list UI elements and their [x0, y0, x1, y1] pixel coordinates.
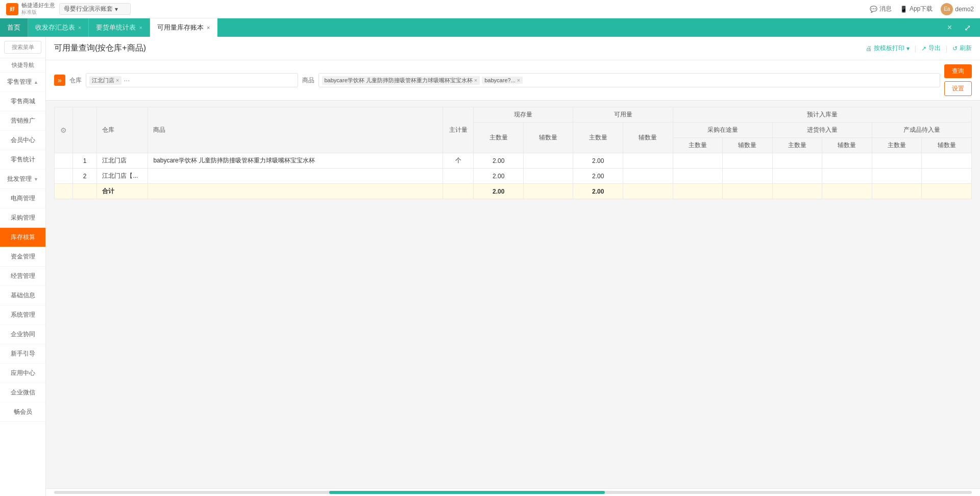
sidebar-item-finance-mgmt[interactable]: 资金管理 [0, 247, 45, 267]
expand-nav-btn[interactable]: ⤢ [959, 23, 976, 33]
sidebar-quick-nav[interactable]: 快捷导航 [0, 58, 45, 73]
message-btn[interactable]: 💬 消息 [870, 5, 892, 13]
refresh-btn[interactable]: ↺ 刷新 [952, 44, 972, 53]
horizontal-scrollbar[interactable] [54, 491, 972, 494]
row2-purchase-aux [723, 169, 773, 184]
row1-current-aux [523, 153, 573, 169]
settings-icon[interactable]: ⚙ [60, 126, 67, 134]
sidebar-item-marketing[interactable]: 营销推广 [0, 111, 45, 131]
sidebar-item-vip-member[interactable]: 畅会员 [0, 403, 45, 422]
product-tag-1-remove[interactable]: × [474, 77, 477, 83]
page-header: 可用量查询(按仓库+商品) 🖨 按模板打印 ▾ | ↗ 导出 | ↺ 刷新 [46, 37, 980, 60]
sidebar-item-purchase-mgmt[interactable]: 采购管理 [0, 208, 45, 228]
product-tag-container: babycare学饮杯 儿童防摔防撞吸管杯重力球吸嘴杯宝宝水杯 × babyca… [318, 73, 941, 87]
total-available-main: 2.00 [573, 184, 623, 199]
col-warehouse-header: 仓库 [97, 107, 148, 153]
tab-home[interactable]: 首页 [0, 18, 28, 37]
sidebar-item-retail-mall-label: 零售商城 [11, 97, 35, 106]
tab-available[interactable]: 可用量库存账本 × [150, 18, 217, 37]
user-info[interactable]: Ea demo2 [941, 3, 974, 15]
query-btn[interactable]: 查询 [944, 64, 972, 78]
row1-incoming-main [772, 153, 822, 169]
row2-current-aux [523, 169, 573, 184]
tab-orders[interactable]: 要货单统计表 × [89, 18, 150, 37]
sidebar-item-system-mgmt[interactable]: 系统管理 [0, 305, 45, 325]
row1-purchase-main [673, 153, 723, 169]
total-row: 合计 2.00 2.00 [55, 184, 972, 199]
col-incoming-aux-header: 辅数量 [822, 138, 872, 153]
sidebar-item-member-center[interactable]: 会员中心 [0, 131, 45, 150]
avatar: Ea [941, 3, 953, 15]
row2-purchase-main [673, 169, 723, 184]
sidebar-item-new-guide[interactable]: 新手引导 [0, 344, 45, 364]
sidebar-item-basic-info[interactable]: 基础信息 [0, 286, 45, 305]
logo-icon: 好 [6, 3, 18, 15]
row1-product: babycare学饮杯 儿童防摔防撞吸管杯重力球吸嘴杯宝宝水杯 [148, 153, 443, 169]
sidebar-item-system-mgmt-label: 系统管理 [11, 311, 35, 319]
warehouse-filter-label: 仓库 [69, 76, 82, 85]
app-download-btn[interactable]: 📱 App下载 [900, 5, 933, 13]
tab-receipts-close[interactable]: × [78, 25, 81, 31]
tab-orders-close[interactable]: × [139, 25, 142, 31]
total-available-aux [623, 184, 673, 199]
close-all-tabs-btn[interactable]: × [947, 23, 952, 32]
table-container: ⚙ 仓库 商品 主计量 现存量 可用量 预计入库量 主数量 辅数量 主数量 [46, 101, 980, 488]
sidebar-item-inventory-check[interactable]: 库存核算 [0, 228, 45, 247]
sidebar-item-ecommerce-mgmt[interactable]: 电商管理 [0, 189, 45, 208]
sidebar-item-wholesale-mgmt-label: 批发管理 [7, 175, 32, 183]
sidebar-item-retail-stats[interactable]: 零售统计 [0, 150, 45, 170]
sidebar-item-enterprise-wechat[interactable]: 企业微信 [0, 383, 45, 403]
sidebar-item-retail-mgmt[interactable]: 零售管理 ▲ [0, 73, 45, 92]
col-product-main-header: 主数量 [872, 138, 922, 153]
sidebar-item-enterprise-collab-label: 企业协同 [11, 330, 35, 339]
sidebar-item-wholesale-mgmt[interactable]: 批发管理 ▼ [0, 170, 45, 189]
row2-warehouse: 江北门店【... [97, 169, 148, 184]
sidebar-search-btn[interactable]: 搜索菜单 [4, 41, 41, 54]
col-available-aux-header: 辅数量 [623, 123, 673, 153]
filter-expand-btn[interactable]: » [54, 75, 65, 86]
chevron-up-icon: ▲ [34, 80, 38, 85]
col-product-aux-header: 辅数量 [922, 138, 972, 153]
col-purchase-main-header: 主数量 [673, 138, 723, 153]
total-purchase-main [673, 184, 723, 199]
row1-settings [55, 153, 73, 169]
industry-selector[interactable]: 母婴行业演示账套 ▾ [59, 3, 131, 15]
sidebar-search-area: 搜索菜单 [0, 37, 45, 58]
top-bar-left: 好 畅捷通好生意 标准版 母婴行业演示账套 ▾ [6, 2, 131, 16]
total-index [73, 184, 97, 199]
top-bar-right: 💬 消息 📱 App下载 Ea demo2 [870, 3, 974, 15]
row1-available-main: 2.00 [573, 153, 623, 169]
product-tag-2: babycare?... × [482, 77, 523, 84]
sidebar-item-enterprise-collab[interactable]: 企业协同 [0, 325, 45, 344]
print-btn[interactable]: 🖨 按模板打印 ▾ [866, 44, 910, 53]
sidebar-item-app-center[interactable]: 应用中心 [0, 364, 45, 383]
sidebar-item-retail-mall[interactable]: 零售商城 [0, 92, 45, 111]
col-unit-header: 主计量 [443, 107, 474, 153]
industry-selector-text: 母婴行业演示账套 [64, 5, 113, 13]
col-product-header: 商品 [148, 107, 443, 153]
col-available-main-header: 主数量 [573, 123, 623, 153]
product-tag-2-remove[interactable]: × [517, 77, 520, 83]
warehouse-tag: 江北门店 × [89, 76, 121, 85]
row2-incoming-main [772, 169, 822, 184]
app-name: 畅捷通好生意 [21, 2, 55, 9]
tab-available-close[interactable]: × [207, 25, 210, 31]
header-actions: 🖨 按模板打印 ▾ | ↗ 导出 | ↺ 刷新 [866, 44, 972, 53]
total-label: 合计 [97, 184, 148, 199]
tab-receipts[interactable]: 收发存汇总表 × [28, 18, 89, 37]
row2-product-aux [922, 169, 972, 184]
setting-btn[interactable]: 设置 [944, 81, 972, 96]
col-purchase-transit-header: 采购在途量 [673, 123, 772, 138]
row1-index: 1 [73, 153, 97, 169]
total-incoming-main [772, 184, 822, 199]
export-btn[interactable]: ↗ 导出 [921, 44, 941, 53]
sidebar-item-operation-mgmt[interactable]: 经营管理 [0, 267, 45, 286]
col-available-header: 可用量 [573, 107, 673, 123]
total-unit [443, 184, 474, 199]
row1-product-aux [922, 153, 972, 169]
warehouse-more-dots[interactable]: ··· [124, 76, 130, 84]
warehouse-tag-remove[interactable]: × [116, 77, 119, 83]
divider2: | [946, 45, 947, 52]
warehouse-tag-text: 江北门店 [92, 77, 114, 84]
message-icon: 💬 [870, 6, 877, 13]
